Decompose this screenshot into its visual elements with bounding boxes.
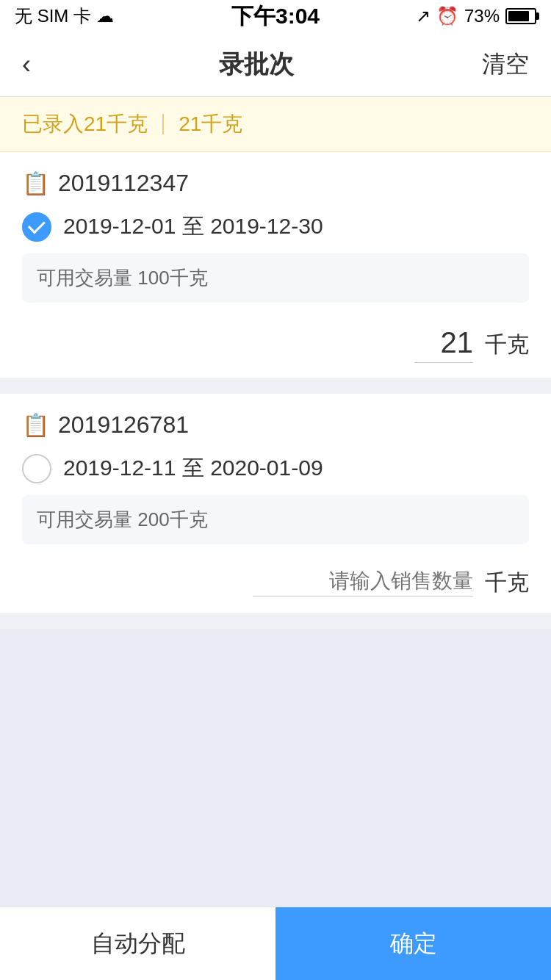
batch-2-amount-underline — [253, 569, 473, 597]
batch-2-available: 可用交易量 200千克 — [22, 495, 529, 544]
batch-1-available: 可用交易量 100千克 — [22, 253, 529, 303]
batch-1-date-row[interactable]: 2019-12-01 至 2019-12-30 — [0, 206, 551, 253]
nav-bar: ‹ 录批次 清空 — [0, 32, 551, 97]
info-bar: 已录入21千克 21千克 — [0, 97, 551, 152]
batch-2-id: 2019126781 — [58, 411, 189, 439]
no-sim-text: 无 SIM 卡 ☁ — [15, 4, 114, 28]
batch-2-icon: 📋 — [22, 412, 49, 438]
batch-2-date: 2019-12-11 至 2020-01-09 — [63, 453, 323, 483]
batch-1-id: 2019112347 — [58, 170, 189, 197]
batch-2-amount-input[interactable] — [253, 569, 473, 593]
confirm-button[interactable]: 确定 — [276, 907, 551, 980]
batch-1-amount-row: 千克 — [0, 314, 551, 378]
auto-distribute-button[interactable]: 自动分配 — [0, 907, 276, 980]
back-button[interactable]: ‹ — [22, 49, 31, 80]
status-right: ↗ ⏰ 73% — [416, 6, 536, 26]
batch-1-date: 2019-12-01 至 2019-12-30 — [63, 212, 323, 242]
separator-1 — [0, 379, 551, 394]
batch-1-radio[interactable] — [22, 212, 51, 242]
batch-1-icon: 📋 — [22, 170, 49, 196]
batch-1-unit: 千克 — [485, 330, 529, 360]
info-divider — [162, 114, 164, 134]
battery-icon — [505, 8, 536, 24]
batch-2-radio[interactable] — [22, 454, 51, 483]
batch-2-header: 📋 2019126781 — [0, 394, 551, 447]
batch-2-date-row[interactable]: 2019-12-11 至 2020-01-09 — [0, 447, 551, 495]
status-time: 下午3:04 — [231, 1, 320, 32]
batch-1-header: 📋 2019112347 — [0, 152, 551, 206]
alarm-icon: ⏰ — [436, 6, 458, 26]
page-title: 录批次 — [219, 48, 294, 82]
total-amount-label: 21千克 — [179, 110, 242, 138]
batch-1-amount-input[interactable] — [414, 326, 473, 359]
batch-2-unit: 千克 — [485, 568, 529, 598]
separator-2 — [0, 614, 551, 629]
batch-card-1: 📋 2019112347 2019-12-01 至 2019-12-30 可用交… — [0, 152, 551, 378]
empty-area — [0, 629, 551, 937]
clear-button[interactable]: 清空 — [482, 48, 529, 81]
batch-2-amount-row: 千克 — [0, 556, 551, 613]
batch-card-2: 📋 2019126781 2019-12-11 至 2020-01-09 可用交… — [0, 394, 551, 613]
battery-percent: 73% — [464, 6, 500, 26]
location-icon: ↗ — [416, 6, 431, 26]
batch-1-amount-underline — [414, 326, 473, 363]
bottom-bar: 自动分配 确定 — [0, 907, 551, 980]
recorded-amount-label: 已录入21千克 — [22, 110, 148, 138]
status-bar: 无 SIM 卡 ☁ 下午3:04 ↗ ⏰ 73% — [0, 0, 551, 32]
status-left: 无 SIM 卡 ☁ — [15, 4, 114, 28]
